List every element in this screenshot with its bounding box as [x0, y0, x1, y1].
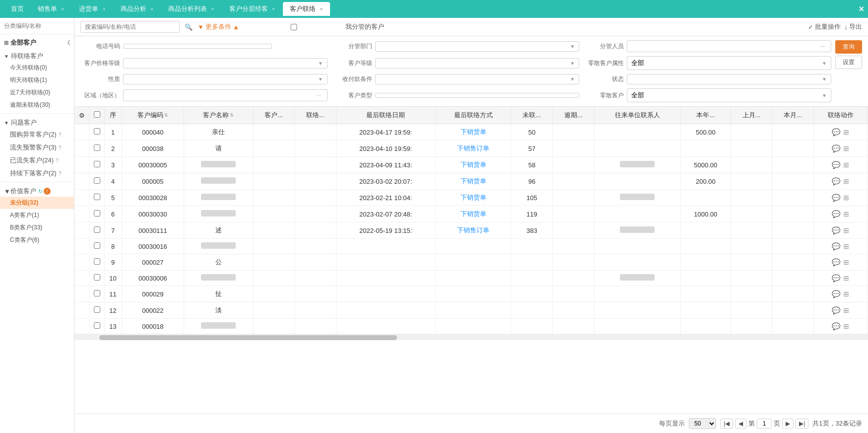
row-checkbox[interactable]: [94, 128, 100, 135]
problem-customer-group[interactable]: ▼ 问题客户: [0, 116, 74, 128]
tab-analysis-close[interactable]: ×: [150, 6, 153, 12]
cell-checkbox[interactable]: [89, 157, 104, 173]
cell-last-contact-method[interactable]: 下销货单: [435, 124, 511, 141]
horizontal-scrollbar[interactable]: [74, 334, 868, 340]
row-checkbox[interactable]: [94, 161, 100, 167]
contact-method-link[interactable]: 下销货单: [461, 210, 486, 217]
price-level-input[interactable]: ▼: [123, 58, 328, 69]
prev-page-btn[interactable]: ◀: [735, 419, 746, 429]
row-checkbox[interactable]: [94, 258, 100, 265]
refresh-icon[interactable]: ↻: [38, 188, 43, 195]
export-btn[interactable]: ↓ 导出: [845, 22, 863, 31]
cell-last-contact-method[interactable]: 下销货单: [435, 173, 511, 190]
cell-last-contact-method[interactable]: 下销售订单: [435, 222, 511, 239]
row-checkbox[interactable]: [94, 322, 100, 329]
customer-level-input[interactable]: ▼: [375, 58, 580, 69]
cell-last-contact-method[interactable]: [435, 254, 511, 271]
purchase-anomaly-item[interactable]: 囤购异常客户(2) ?: [0, 128, 74, 141]
grid-action-icon[interactable]: ⊞: [843, 306, 849, 314]
cell-checkbox[interactable]: [89, 173, 104, 190]
row-checkbox[interactable]: [94, 274, 100, 281]
contact-method-link[interactable]: 下销货单: [461, 128, 486, 136]
chat-icon[interactable]: 💬: [832, 242, 840, 250]
contact-method-link[interactable]: 下销货单: [461, 194, 486, 201]
lost-customers-item[interactable]: 已流失客户(24) ?: [0, 154, 74, 167]
tab-sales[interactable]: 销售单 ×: [31, 2, 71, 16]
grid-action-icon[interactable]: ⊞: [843, 242, 849, 250]
all-customers-header[interactable]: ⊞ 全部客户 《: [0, 34, 74, 49]
nature-input[interactable]: ▼: [123, 74, 328, 84]
row-checkbox[interactable]: [94, 194, 100, 200]
contact-method-link[interactable]: 下销货单: [461, 161, 486, 168]
first-page-btn[interactable]: |◀: [720, 419, 733, 429]
retail-attr-input[interactable]: 全部 ▼: [627, 56, 831, 70]
flow-warning-item[interactable]: 流失预警客户(3) ?: [0, 141, 74, 154]
chat-icon[interactable]: 💬: [832, 210, 840, 218]
page-size-select[interactable]: 501020100: [689, 418, 716, 429]
col-type-header[interactable]: 客户...: [253, 107, 295, 124]
batch-operations-btn[interactable]: ✓ 批量操作: [808, 22, 841, 31]
col-settings-header[interactable]: ⚙: [74, 107, 89, 124]
col-this-month-header[interactable]: 本月...: [772, 107, 814, 124]
row-checkbox[interactable]: [94, 210, 100, 216]
col-partner-contact-header[interactable]: 往来单位联系人: [594, 107, 680, 124]
chat-icon[interactable]: 💬: [832, 161, 840, 169]
last-page-btn[interactable]: ▶|: [796, 419, 808, 429]
col-no-contact-header[interactable]: 未联...: [511, 107, 553, 124]
contact-method-link[interactable]: 下销货单: [461, 177, 486, 185]
grid-action-icon[interactable]: ⊞: [843, 161, 849, 169]
grid-action-icon[interactable]: ⊞: [843, 290, 849, 298]
grid-action-icon[interactable]: ⊞: [843, 177, 849, 185]
tab-analysis-list-close[interactable]: ×: [211, 6, 214, 12]
person-ellipsis[interactable]: ···: [818, 43, 827, 50]
cell-checkbox[interactable]: [89, 222, 104, 239]
cell-checkbox[interactable]: [89, 141, 104, 157]
row-checkbox[interactable]: [94, 290, 100, 296]
grid-action-icon[interactable]: ⊞: [843, 144, 849, 152]
region-ellipsis[interactable]: ···: [314, 92, 323, 99]
tab-sales-close[interactable]: ×: [61, 6, 64, 12]
grid-action-icon[interactable]: ⊞: [843, 274, 849, 282]
more-conditions-btn[interactable]: ▼ 更多条件 ▲: [198, 22, 239, 31]
value-customers-group[interactable]: ▼ 价值客户 ↻ !: [0, 184, 74, 197]
row-checkbox[interactable]: [94, 177, 100, 184]
grid-action-icon[interactable]: ⊞: [843, 322, 849, 330]
overdue-pending-item[interactable]: 逾期未联络(30): [0, 99, 74, 111]
col-code-header[interactable]: 客户编码⇅: [122, 107, 184, 124]
tab-home[interactable]: 首页: [4, 4, 31, 13]
chat-icon[interactable]: 💬: [832, 322, 840, 330]
tab-purchase-close[interactable]: ×: [102, 6, 105, 12]
grid-action-icon[interactable]: ⊞: [843, 210, 849, 218]
pending-contact-group[interactable]: ▼ 待联络客户: [0, 49, 74, 62]
cell-last-contact-method[interactable]: 下销货单: [435, 157, 511, 173]
cell-last-contact-method[interactable]: [435, 319, 511, 334]
chat-icon[interactable]: 💬: [832, 274, 840, 282]
persistent-visitors-item[interactable]: 持续下落客户(2) ?: [0, 167, 74, 180]
chat-icon[interactable]: 💬: [832, 144, 840, 152]
search-input[interactable]: [80, 21, 180, 33]
class-a-item[interactable]: A类客户(1): [0, 209, 74, 221]
contact-method-link[interactable]: 下销售订单: [457, 144, 489, 152]
cell-last-contact-method[interactable]: 下销货单: [435, 206, 511, 222]
class-c-item[interactable]: C类客户(6): [0, 234, 74, 246]
query-button[interactable]: 查询: [835, 40, 862, 54]
cell-checkbox[interactable]: [89, 319, 104, 334]
col-overdue-header[interactable]: 逾期...: [552, 107, 594, 124]
next-page-btn[interactable]: ▶: [782, 419, 794, 429]
cell-last-contact-method[interactable]: [435, 271, 511, 286]
chat-icon[interactable]: 💬: [832, 306, 840, 314]
cell-checkbox[interactable]: [89, 239, 104, 254]
row-checkbox[interactable]: [94, 226, 100, 233]
cell-checkbox[interactable]: [89, 254, 104, 271]
my-customers-checkbox[interactable]: [244, 24, 343, 30]
cell-checkbox[interactable]: [89, 286, 104, 302]
col-checkbox-header[interactable]: [89, 107, 104, 124]
tab-customer-segment[interactable]: 客户分层经客 ×: [222, 2, 282, 16]
dept-input[interactable]: ▼: [375, 41, 580, 52]
col-last-contact-method-header[interactable]: 最后联络方式: [435, 107, 511, 124]
cell-checkbox[interactable]: [89, 271, 104, 286]
col-contact-header[interactable]: 联络...: [295, 107, 336, 124]
week-pending-item[interactable]: 近7天待联络(0): [0, 86, 74, 99]
chat-icon[interactable]: 💬: [832, 128, 840, 136]
unclassified-item[interactable]: 未分组(32): [0, 197, 74, 209]
